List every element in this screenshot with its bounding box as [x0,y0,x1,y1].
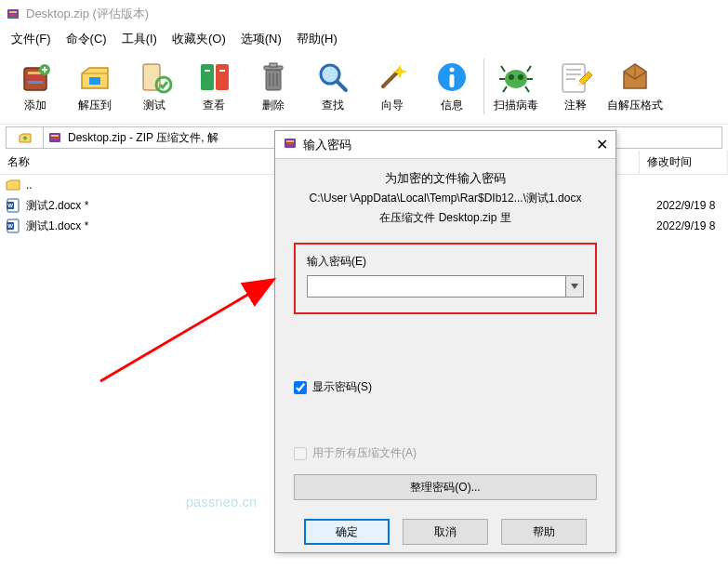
menu-help[interactable]: 帮助(H) [289,29,345,49]
dialog-msg-3: 在压缩文件 Desktop.zip 里 [294,210,597,226]
col-mtime[interactable]: 修改时间 [640,151,728,174]
winrar-icon [6,7,20,21]
file-mtime: 2022/9/19 8 [656,199,715,212]
show-password-label: 显示密码(S) [312,379,372,395]
svg-rect-7 [28,81,43,84]
extract-icon [76,59,113,96]
archive-icon [47,130,62,145]
toolbar-info[interactable]: 信息 [422,59,482,113]
svg-line-23 [338,82,346,90]
svg-text:W: W [7,223,13,229]
dialog-body: 为加密的文件输入密码 C:\User \AppData\Local\Temp\R… [275,159,615,556]
toolbar-comment-label: 注释 [564,98,587,113]
toolbar-sfx[interactable]: 自解压格式 [605,59,665,113]
docx-icon: W [6,218,20,233]
titlebar: Desktop.zip (评估版本) [0,0,728,28]
toolbar-delete[interactable]: 删除 [244,59,303,113]
svg-rect-12 [201,64,214,90]
toolbar-scan-label: 扫描病毒 [494,98,538,113]
svg-rect-27 [450,74,455,87]
path-up-button[interactable] [6,126,43,149]
folder-up-icon [6,178,20,192]
svg-rect-18 [270,63,277,67]
svg-line-32 [527,66,531,72]
sfx-icon [616,59,654,96]
password-box: 输入密码(E) [294,243,597,314]
toolbar-find-label: 查找 [322,98,344,113]
toolbar-wizard[interactable]: 向导 [363,59,422,113]
comment-icon [557,59,594,96]
svg-rect-9 [89,77,100,85]
password-dialog: 输入密码 ✕ 为加密的文件输入密码 C:\User \AppData\Local… [274,130,616,553]
svg-rect-1 [9,11,17,13]
cancel-button[interactable]: 取消 [403,519,488,545]
all-archives-checkbox[interactable]: 用于所有压缩文件(A) [294,445,597,461]
pathbar-text: Desktop.zip - ZIP 压缩文件, 解 [68,130,218,146]
svg-line-36 [525,86,529,92]
password-input[interactable] [307,275,565,298]
close-button[interactable]: ✕ [571,136,608,153]
view-icon [195,59,232,96]
toolbar-add[interactable]: 添加 [6,59,65,113]
svg-point-29 [509,74,514,80]
svg-line-31 [501,66,505,72]
dialog-msg-1: 为加密的文件输入密码 [294,170,597,187]
svg-rect-43 [51,135,59,137]
svg-rect-3 [9,17,17,18]
svg-rect-44 [51,138,59,139]
toolbar-scan[interactable]: 扫描病毒 [486,59,546,113]
password-dropdown[interactable] [565,275,584,298]
toolbar-wizard-label: 向导 [381,98,404,113]
toolbar-extract[interactable]: 解压到 [65,59,125,113]
test-icon [136,59,173,96]
delete-icon [255,59,292,96]
toolbar-comment[interactable]: 注释 [546,59,605,113]
toolbar-view[interactable]: 查看 [184,59,244,113]
menu-options[interactable]: 选项(N) [233,29,289,49]
password-label: 输入密码(E) [307,254,584,270]
svg-rect-52 [286,140,294,142]
toolbar-test[interactable]: 测试 [125,59,184,113]
menubar: 文件(F) 命令(C) 工具(I) 收藏夹(O) 选项(N) 帮助(H) [0,28,728,50]
help-button[interactable]: 帮助 [501,519,587,545]
show-password-checkbox[interactable]: 显示密码(S) [294,379,597,395]
toolbar-info-label: 信息 [441,98,463,113]
toolbar-sfx-label: 自解压格式 [607,98,663,113]
add-icon [17,59,54,96]
toolbar-test-label: 测试 [143,98,165,113]
file-mtime: 2022/9/19 8 [656,219,715,232]
toolbar-view-label: 查看 [203,98,225,113]
svg-point-30 [518,74,523,80]
docx-icon: W [6,198,20,213]
all-archives-input [294,447,307,460]
menu-favorites[interactable]: 收藏夹(O) [165,29,233,49]
svg-rect-14 [205,70,210,72]
svg-point-26 [450,68,455,73]
dialog-title: 输入密码 [303,137,565,153]
toolbar-separator [483,59,484,114]
dialog-titlebar[interactable]: 输入密码 ✕ [275,131,615,159]
scan-icon [497,59,535,96]
show-password-input[interactable] [294,381,307,394]
organize-passwords-button[interactable]: 整理密码(O)... [294,474,597,500]
window-title: Desktop.zip (评估版本) [26,6,149,22]
svg-rect-6 [28,76,43,79]
svg-rect-13 [216,64,229,90]
svg-line-54 [100,281,271,381]
svg-rect-53 [286,143,294,145]
info-icon [433,59,470,96]
menu-tools[interactable]: 工具(I) [114,29,165,49]
find-icon [314,59,351,96]
svg-rect-2 [9,14,17,16]
dialog-msg-2: C:\User \AppData\Local\Temp\Rar$DIb12...… [294,191,597,206]
toolbar-find[interactable]: 查找 [303,59,363,113]
menu-commands[interactable]: 命令(C) [59,29,114,49]
menu-file[interactable]: 文件(F) [4,29,59,49]
svg-point-28 [505,70,527,88]
toolbar-add-label: 添加 [24,98,46,113]
svg-line-35 [503,86,507,92]
toolbar-delete-label: 删除 [262,98,285,113]
toolbar-extract-label: 解压到 [78,98,112,113]
all-archives-label: 用于所有压缩文件(A) [312,445,417,461]
ok-button[interactable]: 确定 [304,519,390,545]
